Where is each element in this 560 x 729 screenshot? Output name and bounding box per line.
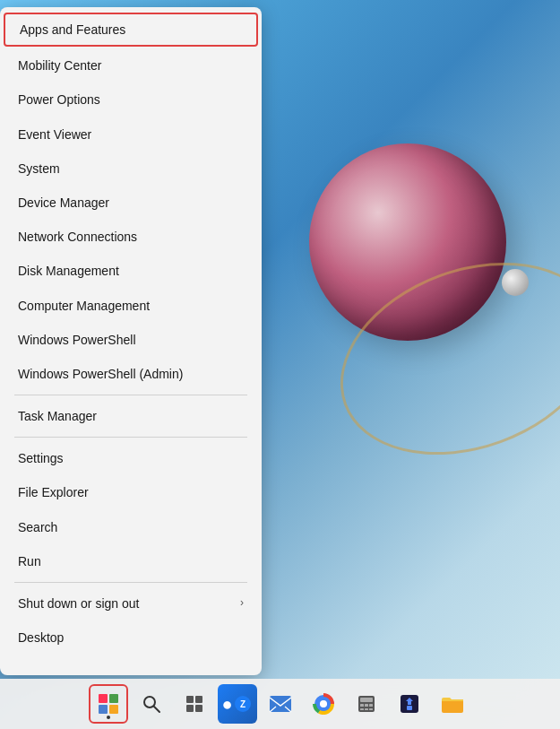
menu-item-power-options[interactable]: Power Options: [0, 82, 262, 117]
mail-button[interactable]: [261, 684, 300, 724]
svg-rect-24: [442, 699, 463, 713]
menu-item-windows-powershell-admin[interactable]: Windows PowerShell (Admin): [0, 357, 262, 391]
svg-line-1: [154, 707, 159, 712]
calculator-button[interactable]: [347, 684, 386, 724]
menu-item-shut-down[interactable]: Shut down or sign out ›: [0, 586, 262, 621]
menu-item-desktop[interactable]: Desktop: [0, 621, 262, 655]
search-taskbar-button[interactable]: [132, 684, 171, 724]
svg-text:Z: Z: [239, 699, 245, 709]
menu-item-run[interactable]: Run: [0, 544, 262, 578]
menu-item-task-manager[interactable]: Task Manager: [0, 399, 262, 433]
svg-rect-20: [365, 708, 368, 710]
files-button[interactable]: [433, 684, 472, 724]
svg-rect-3: [195, 696, 202, 703]
menu-item-settings[interactable]: Settings: [0, 441, 262, 475]
windows-logo-icon: [99, 694, 118, 714]
menu-item-windows-powershell[interactable]: Windows PowerShell: [0, 323, 262, 357]
svg-rect-21: [369, 708, 373, 710]
calculator-icon: [357, 694, 376, 714]
zoom-button[interactable]: Z: [218, 684, 257, 724]
menu-separator: [14, 395, 247, 395]
menu-item-network-connections[interactable]: Network Connections: [0, 220, 262, 254]
chrome-icon: [313, 693, 334, 715]
svg-rect-18: [369, 704, 373, 707]
menu-item-system[interactable]: System: [0, 152, 262, 186]
active-dot: [107, 716, 110, 719]
svg-rect-17: [365, 704, 368, 707]
menu-item-computer-management[interactable]: Computer Management: [0, 289, 262, 323]
search-icon: [142, 694, 161, 714]
svg-rect-16: [360, 704, 364, 707]
svg-rect-2: [186, 696, 194, 703]
files-icon: [441, 694, 464, 714]
menu-item-apps-features[interactable]: Apps and Features: [4, 13, 258, 47]
task-view-button[interactable]: [175, 684, 214, 724]
svg-point-13: [320, 701, 326, 707]
menu-item-event-viewer[interactable]: Event Viewer: [0, 117, 262, 152]
svg-rect-19: [360, 708, 364, 710]
start-button[interactable]: [89, 684, 128, 724]
submenu-chevron: ›: [240, 596, 244, 611]
context-menu: Apps and Features Mobility Center Power …: [0, 7, 262, 675]
vpn-icon: [400, 694, 419, 714]
svg-rect-23: [407, 706, 412, 710]
vpn-button[interactable]: [390, 684, 429, 724]
menu-item-file-explorer[interactable]: File Explorer: [0, 475, 262, 509]
svg-point-0: [144, 697, 155, 707]
task-view-icon: [185, 694, 204, 714]
svg-rect-15: [360, 698, 373, 702]
menu-separator-3: [14, 582, 247, 583]
menu-item-device-manager[interactable]: Device Manager: [0, 186, 262, 220]
zoom-icon: Z: [233, 694, 253, 714]
taskbar: Z: [0, 679, 560, 729]
svg-rect-5: [195, 705, 202, 712]
menu-item-search[interactable]: Search: [0, 510, 262, 544]
chrome-button[interactable]: [304, 684, 343, 724]
menu-separator-2: [14, 437, 247, 438]
menu-item-mobility-center[interactable]: Mobility Center: [0, 48, 262, 82]
menu-item-disk-management[interactable]: Disk Management: [0, 254, 262, 288]
svg-rect-4: [186, 705, 194, 712]
mail-icon: [269, 694, 292, 714]
